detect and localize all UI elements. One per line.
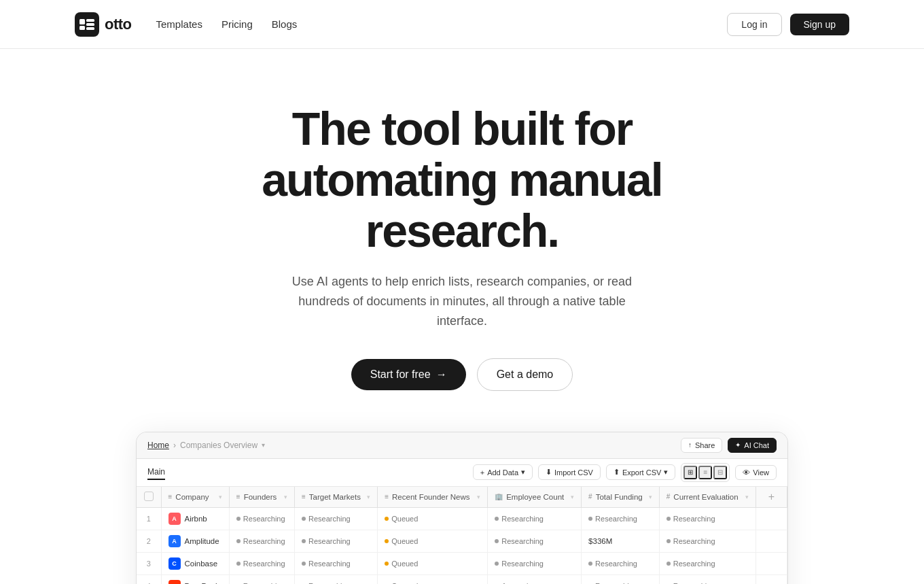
list-view-button[interactable]: ≡ [698,466,712,479]
nav-templates[interactable]: Templates [156,18,202,30]
nav-pricing[interactable]: Pricing [221,18,253,30]
status-dot-icon [236,539,241,543]
status-badge: Researching [236,515,285,523]
total-funding-cell: Researching [582,552,660,574]
import-csv-button[interactable]: ⬇ Import CSV [538,464,601,480]
current-eval-cell: Researching [659,507,756,530]
table-row[interactable]: 3 C Coinbase Researching Researching Que… [137,552,787,574]
export-chevron-icon: ▾ [664,468,668,477]
status-dot-icon [302,539,306,543]
status-badge: Researching [302,515,351,523]
top-bar-right: ↑ Share ✦ AI Chat [681,438,777,453]
status-badge: Researching [236,537,285,545]
data-table: ≡ Company ▾ ≡ Founders ▾ [137,487,787,584]
target-markets-cell: Researching [294,552,377,574]
breadcrumb-current: Companies Overview [180,441,257,450]
table-toolbar: Main + Add Data ▾ ⬇ Import CSV ⬆ Export … [137,459,787,487]
total-funding-cell: Researching [582,574,660,584]
employee-count-cell: Answering [488,574,582,584]
col-company[interactable]: ≡ Company ▾ [161,487,229,508]
col-target-markets[interactable]: ≡ Target Markets ▾ [294,487,377,508]
share-icon: ↑ [688,441,692,449]
plus-icon: + [480,468,484,477]
row-action-cell [756,530,787,552]
col-recent-news[interactable]: ≡ Recent Founder News ▾ [378,487,488,508]
login-button[interactable]: Log in [727,13,781,36]
nav-blogs[interactable]: Blogs [272,18,298,30]
status-badge: Researching [495,537,544,545]
company-cell: A Amplitude [161,530,229,552]
col-founders-sort-icon: ▾ [284,494,287,500]
col-current-eval[interactable]: # Current Evaluation ▾ [659,487,756,508]
svg-rect-1 [79,26,85,30]
add-column-button[interactable]: + [763,491,780,503]
start-free-button[interactable]: Start for free → [351,359,466,390]
status-dot-icon [495,562,499,566]
recent-news-cell: Queued [378,507,488,530]
founders-cell: Researching [229,530,294,552]
col-company-icon: ≡ [168,493,173,500]
current-eval-cell: Researching [659,530,756,552]
add-column-header[interactable]: + [756,487,787,508]
total-funding-cell: $336M [582,530,660,552]
status-badge: Researching [495,560,544,568]
logo[interactable]: otto [75,12,132,37]
tab-main[interactable]: Main [147,465,165,480]
col-news-sort-icon: ▾ [477,494,480,500]
status-badge: Researching [302,537,351,545]
kanban-view-button[interactable]: ⊟ [713,466,727,479]
breadcrumb: Home › Companies Overview ▾ [147,441,265,450]
status-dot-icon [667,539,671,543]
status-badge: Researching [667,537,715,545]
view-button[interactable]: 👁 View [735,465,777,480]
status-dot-icon [588,517,592,521]
company-logo: A [168,535,181,547]
company-name: Amplitude [185,537,219,545]
company-name: Airbnb [185,515,207,523]
company-logo: A [168,513,181,525]
table-row[interactable]: 2 A Amplitude Researching Researching Qu… [137,530,787,552]
total-funding-cell: Researching [582,507,660,530]
status-badge: Queued [385,537,418,545]
col-employee-icon: 🏢 [495,493,503,500]
chevron-down-icon: ▾ [521,468,525,477]
signup-button[interactable]: Sign up [790,14,849,35]
checkbox-header[interactable] [137,487,161,508]
table-row[interactable]: 4 D DoorDash Researching Researching Que… [137,574,787,584]
status-dot-icon [236,562,241,566]
row-num-cell: 2 [137,530,161,552]
ai-chat-button[interactable]: ✦ AI Chat [728,438,777,453]
company-cell: A Airbnb [161,507,229,530]
preview-section: Home › Companies Overview ▾ ↑ Share ✦ AI… [122,432,802,584]
recent-news-cell: Queued [378,552,488,574]
target-markets-cell: Researching [294,574,377,584]
company-cell: C Coinbase [161,552,229,574]
breadcrumb-home[interactable]: Home [147,441,169,450]
founders-cell: Researching [229,574,294,584]
row-action-cell [756,507,787,530]
status-badge: Researching [667,560,715,568]
row-action-cell [756,574,787,584]
export-csv-button[interactable]: ⬆ Export CSV ▾ [606,464,675,480]
status-dot-icon [495,517,499,521]
status-dot-icon [385,517,389,521]
current-eval-cell: Researching [659,552,756,574]
status-dot-icon [302,517,306,521]
view-toggle-group: ⊞ ≡ ⊟ [681,463,730,482]
target-markets-cell: Researching [294,530,377,552]
add-data-button[interactable]: + Add Data ▾ [473,464,533,480]
col-total-funding[interactable]: # Total Funding ▾ [582,487,660,508]
table-row[interactable]: 1 A Airbnb Researching Researching Queue… [137,507,787,530]
preview-card: Home › Companies Overview ▾ ↑ Share ✦ AI… [136,432,788,584]
col-founders[interactable]: ≡ Founders ▾ [229,487,294,508]
col-employee-sort-icon: ▾ [571,494,574,500]
hero-cta-group: Start for free → Get a demo [14,358,910,391]
col-employee-count[interactable]: 🏢 Employee Count ▾ [488,487,582,508]
target-markets-cell: Researching [294,507,377,530]
status-badge: Queued [385,515,418,523]
status-dot-icon [667,562,671,566]
status-dot-icon [302,562,306,566]
get-demo-button[interactable]: Get a demo [477,358,573,391]
grid-view-button[interactable]: ⊞ [683,466,697,479]
share-button[interactable]: ↑ Share [681,438,722,453]
